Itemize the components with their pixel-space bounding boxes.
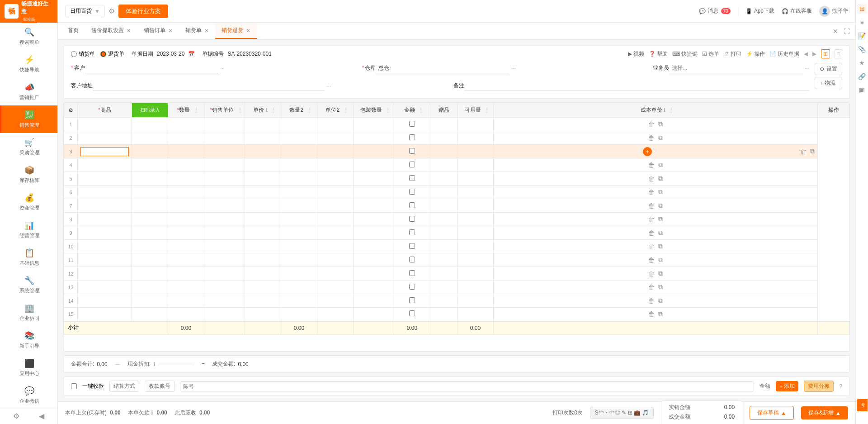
sidebar-item-corp[interactable]: 🏢 企业协同 (0, 299, 57, 326)
float-action-btn[interactable]: ite (857, 399, 868, 411)
message-btn[interactable]: 💬 消息 70 (699, 7, 731, 15)
sidebar-item-system[interactable]: 🔧 系统管理 (0, 271, 57, 299)
price-cell[interactable] (204, 253, 245, 267)
unit2-cell[interactable] (281, 267, 317, 281)
right-sidebar-grid2-btn[interactable]: ≡ (857, 17, 867, 27)
avail-cell[interactable] (430, 145, 458, 158)
unit-cell[interactable] (168, 186, 204, 199)
gift-checkbox[interactable] (409, 121, 415, 127)
qty-cell[interactable] (132, 294, 168, 308)
avail-cell[interactable] (430, 199, 458, 213)
gift-checkbox[interactable] (409, 243, 415, 249)
amount-cell[interactable] (354, 145, 394, 158)
copy-row-btn[interactable]: ⧉ (658, 243, 663, 250)
right-sidebar-link-btn[interactable]: 🔗 (857, 71, 867, 81)
qty-cell[interactable] (132, 145, 168, 158)
copy-row-btn[interactable]: ⧉ (658, 310, 663, 318)
amount-cell[interactable] (354, 308, 394, 321)
pkgqty-cell[interactable] (317, 158, 354, 172)
unit2-cell[interactable] (281, 240, 317, 253)
goods-cell[interactable] (78, 294, 132, 308)
address-search-btn[interactable]: ··· (326, 83, 331, 89)
next-doc-icon[interactable]: ▶ (812, 51, 816, 57)
pkgqty-cell[interactable] (317, 308, 354, 321)
shortcut-btn[interactable]: ⌨ 快捷键 (672, 50, 698, 58)
unit2-cell[interactable] (281, 281, 317, 294)
gift-checkbox[interactable] (409, 148, 415, 154)
goods-cell[interactable] (78, 253, 132, 267)
qty2-cell[interactable] (245, 145, 281, 158)
gift-cell[interactable] (394, 118, 430, 131)
pkgqty-cell[interactable] (317, 226, 354, 240)
avail-cell[interactable] (430, 281, 458, 294)
sidebar-item-stock[interactable]: 📦 库存核算 (0, 161, 57, 188)
gear-icon[interactable]: ⚙ (68, 107, 73, 114)
sidebar-item-search[interactable]: 🔍 搜索菜单 (0, 23, 57, 50)
goods-cell[interactable] (78, 145, 132, 158)
unit-cell[interactable] (168, 213, 204, 226)
price-cell[interactable] (204, 281, 245, 294)
gift-checkbox[interactable] (409, 270, 415, 276)
col-scan-header[interactable]: 扫码录入 (132, 103, 168, 118)
unit2-cell[interactable] (281, 226, 317, 240)
print-btn[interactable]: 🖨 打印 (724, 50, 741, 58)
staff-input[interactable] (669, 63, 803, 73)
pkgqty-cell[interactable] (317, 294, 354, 308)
unit-cell[interactable] (168, 267, 204, 281)
amount-cell[interactable] (354, 253, 394, 267)
fee-help-icon[interactable]: ? (839, 383, 842, 390)
warehouse-input[interactable] (376, 63, 509, 73)
topbar-settings-btn[interactable]: ⚙ (108, 7, 115, 15)
col-resize-qty2[interactable]: ⋮ (307, 107, 309, 113)
calc-method-btn[interactable]: 结算方式 (109, 381, 139, 392)
qty-cell[interactable] (132, 131, 168, 145)
goods-cell[interactable] (78, 308, 132, 321)
unit2-cell[interactable] (281, 158, 317, 172)
copy-row-btn[interactable]: ⧉ (658, 161, 663, 169)
note-input[interactable] (464, 81, 810, 91)
sidebar-item-wechat[interactable]: 💬 企业微信 (0, 381, 57, 408)
gift-checkbox[interactable] (409, 216, 415, 222)
avail-cell[interactable] (430, 172, 458, 186)
qty-cell[interactable] (132, 199, 168, 213)
qty2-cell[interactable] (245, 281, 281, 294)
unit-cell[interactable] (168, 308, 204, 321)
one-key-checkbox[interactable] (71, 383, 77, 389)
unit2-cell[interactable] (281, 118, 317, 131)
qty-cell[interactable] (132, 308, 168, 321)
unit-cell[interactable] (168, 199, 204, 213)
gift-cell[interactable] (394, 294, 430, 308)
unit-cell[interactable] (168, 253, 204, 267)
help-btn[interactable]: ❓ 帮助 (649, 50, 668, 58)
copy-row-btn[interactable]: ⧉ (810, 148, 815, 155)
amount-cell[interactable] (354, 294, 394, 308)
sidebar-item-basic[interactable]: 📋 基础信息 (0, 243, 57, 271)
calendar-icon[interactable]: 📅 (188, 51, 195, 57)
qty-cell[interactable] (132, 172, 168, 186)
gift-cell[interactable] (394, 172, 430, 186)
delete-row-btn[interactable]: 🗑 (648, 175, 655, 182)
copy-row-btn[interactable]: ⧉ (658, 283, 663, 291)
copy-row-btn[interactable]: ⧉ (658, 215, 663, 223)
radio-sale-goods[interactable]: 销货单 (71, 50, 95, 58)
qty-cell[interactable] (132, 226, 168, 240)
warehouse-search-btn[interactable]: ··· (511, 65, 516, 71)
gift-checkbox[interactable] (409, 297, 415, 303)
customer-input[interactable] (85, 63, 219, 73)
pkgqty-cell[interactable] (317, 267, 354, 281)
price-cell[interactable] (204, 240, 245, 253)
qty2-cell[interactable] (245, 253, 281, 267)
delete-row-btn[interactable]: 🗑 (648, 162, 655, 169)
price-cell[interactable] (204, 118, 245, 131)
gift-cell[interactable] (394, 145, 430, 158)
col-resize-avail[interactable]: ⋮ (484, 107, 486, 113)
copy-row-btn[interactable]: ⧉ (658, 229, 663, 237)
goods-cell[interactable] (78, 213, 132, 226)
qty-cell[interactable] (132, 118, 168, 131)
unit-cell[interactable] (168, 226, 204, 240)
qty-cell[interactable] (132, 213, 168, 226)
col-resize-unit2[interactable]: ⋮ (343, 107, 345, 113)
gift-cell[interactable] (394, 186, 430, 199)
goods-cell[interactable] (78, 172, 132, 186)
tab-sale-price[interactable]: 售价提取设置 ✕ (85, 23, 137, 39)
